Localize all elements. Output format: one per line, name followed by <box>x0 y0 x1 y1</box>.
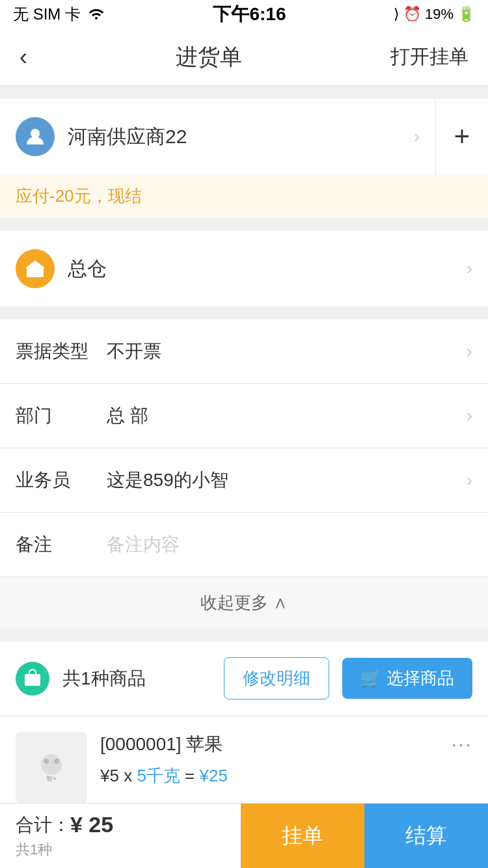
product-header: 共1种商品 修改明细 🛒 选择商品 <box>0 642 488 715</box>
product-info: [0000001] 苹果 ¥5 x 5千克 = ¥25 <box>100 732 438 787</box>
spacer-4 <box>0 629 488 642</box>
product-icon <box>16 662 49 696</box>
warehouse-selector[interactable]: 总仓 › <box>0 231 488 306</box>
svg-rect-1 <box>27 268 44 277</box>
hang-order-button[interactable]: 挂单 <box>241 804 364 868</box>
equals-symbol: = <box>185 766 199 785</box>
supplier-section: 河南供应商22 › + <box>0 99 488 174</box>
remark-label: 备注 <box>16 532 107 557</box>
chevron-right-icon: › <box>414 126 420 147</box>
battery-text: 19% <box>425 6 454 23</box>
battery-icon: 🔋 <box>457 6 475 23</box>
notice-text: 应付-20元，现结 <box>16 186 142 206</box>
warehouse-chevron-icon: › <box>467 258 472 279</box>
spacer-3 <box>0 306 488 319</box>
svg-marker-2 <box>25 260 45 268</box>
sim-signal: 无 SIM 卡 <box>13 4 81 25</box>
supplier-add-button[interactable]: + <box>436 99 488 174</box>
checkout-button[interactable]: 结算 <box>364 804 488 868</box>
status-right: ⟩ ⏰ 19% 🔋 <box>394 6 475 23</box>
wifi-icon <box>87 5 105 23</box>
warehouse-icon <box>16 249 55 288</box>
salesman-label: 业务员 <box>16 468 107 493</box>
svg-point-0 <box>31 129 40 138</box>
product-more-button[interactable]: ··· <box>451 732 472 756</box>
nav-bar: ‹ 进货单 打开挂单 <box>0 29 488 86</box>
multiply-symbol: x <box>124 766 137 785</box>
warehouse-name: 总仓 <box>68 256 460 282</box>
spacer-1 <box>0 86 488 99</box>
department-chevron-icon: › <box>467 405 472 426</box>
page-title: 进货单 <box>176 42 242 72</box>
remark-row[interactable]: 备注 备注内容 <box>0 513 488 576</box>
status-bar: 无 SIM 卡 下午6:16 ⟩ ⏰ 19% 🔋 <box>0 0 488 29</box>
total-section: 合计： ¥ 25 共1种 <box>0 804 241 868</box>
remark-placeholder: 备注内容 <box>107 532 472 557</box>
ticket-type-value: 不开票 <box>107 339 460 364</box>
svg-point-6 <box>54 759 59 764</box>
total-count: 共1种 <box>16 840 225 860</box>
status-left: 无 SIM 卡 <box>13 4 105 25</box>
product-thumbnail: 智+ <box>16 732 87 804</box>
salesman-row[interactable]: 业务员 这是859的小智 › <box>0 448 488 512</box>
product-price-line: ¥5 x 5千克 = ¥25 <box>100 765 438 787</box>
salesman-value: 这是859的小智 <box>107 468 460 493</box>
ticket-type-row[interactable]: 票据类型 不开票 › <box>0 319 488 383</box>
svg-text:智+: 智+ <box>46 775 57 782</box>
supplier-selector[interactable]: 河南供应商22 › <box>0 99 436 174</box>
open-hang-button[interactable]: 打开挂单 <box>390 44 468 70</box>
salesman-chevron-icon: › <box>467 470 472 491</box>
supplier-avatar <box>16 117 55 156</box>
product-count: 共1种商品 <box>62 666 211 691</box>
unit-price: ¥5 <box>100 766 119 785</box>
ticket-type-label: 票据类型 <box>16 339 107 364</box>
bottom-bar: 合计： ¥ 25 共1种 挂单 结算 <box>0 803 488 868</box>
location-icon: ⟩ <box>394 6 400 23</box>
department-label: 部门 <box>16 403 107 428</box>
spacer-2 <box>0 218 488 231</box>
svg-point-4 <box>41 754 62 775</box>
product-name: [0000001] 苹果 <box>100 732 438 757</box>
alarm-icon: ⏰ <box>403 6 421 23</box>
total-label: 合计： <box>16 813 70 837</box>
line-total: ¥25 <box>200 766 228 785</box>
notice-bar: 应付-20元，现结 <box>0 174 488 218</box>
back-button[interactable]: ‹ <box>20 44 27 71</box>
select-product-label: 选择商品 <box>386 667 454 690</box>
edit-detail-button[interactable]: 修改明细 <box>224 657 329 699</box>
quantity: 5千克 <box>137 766 180 785</box>
supplier-name: 河南供应商22 <box>68 124 407 150</box>
department-row[interactable]: 部门 总 部 › <box>0 384 488 448</box>
total-row: 合计： ¥ 25 <box>16 812 225 837</box>
total-amount: ¥ 25 <box>70 812 113 837</box>
select-product-button[interactable]: 🛒 选择商品 <box>342 658 472 699</box>
cart-icon: 🛒 <box>360 668 381 688</box>
ticket-type-chevron-icon: › <box>467 341 472 362</box>
svg-point-5 <box>44 759 49 764</box>
svg-rect-3 <box>25 674 40 686</box>
collapse-button[interactable]: 收起更多 ∧ <box>0 576 488 629</box>
status-time: 下午6:16 <box>213 2 286 27</box>
department-value: 总 部 <box>107 403 460 428</box>
